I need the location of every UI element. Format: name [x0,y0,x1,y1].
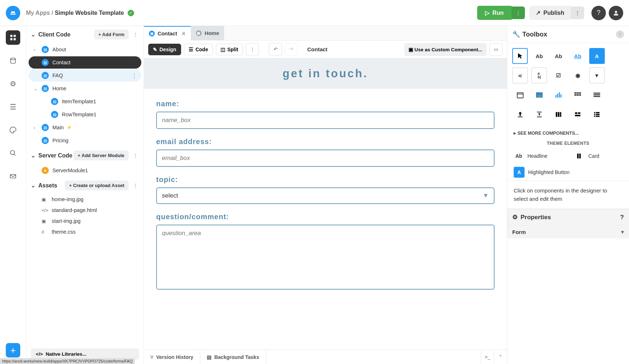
tool-pointer[interactable] [512,48,528,64]
rail-add-button[interactable]: + [6,343,20,358]
rail-app-browser[interactable] [6,30,20,45]
rail-settings-icon[interactable]: ⚙ [6,77,20,91]
server-code-header[interactable]: ⌄ Server Code + Add Server Module ⋮ [26,147,144,164]
form-pricing[interactable]: ▤ Pricing [29,134,141,147]
theme-headline[interactable]: Ab Headline [507,148,568,164]
tool-checkbox[interactable]: ☑ [551,68,566,83]
property-form[interactable]: Form ▾ [507,225,629,238]
collapse-button[interactable]: ⌃ [494,351,507,364]
server-code-more[interactable]: ⋮ [132,151,139,160]
email-input[interactable] [156,150,495,167]
form-main[interactable]: › ▤ Main ⚡ [29,121,141,134]
tab-contact[interactable]: ▤ Contact ✕ [144,26,191,40]
tool-column-panel[interactable] [551,107,566,122]
theme-highlighted-button[interactable]: A Highlighted Button [507,164,629,181]
tool-linear-panel[interactable] [589,107,605,122]
top-bar: My Apps / Simple Website Template ✓ ▷ Ru… [0,0,629,26]
design-canvas[interactable]: get in touch. name: email address: topic… [144,58,507,350]
server-module-item[interactable]: ● ServerModule1 [29,164,141,177]
assets-header[interactable]: ⌄ Assets + Create or upload Asset ⋮ [26,177,144,194]
properties-header[interactable]: ⚙ Properties ? [507,209,629,225]
tool-link[interactable]: Ab [570,48,586,64]
question-textarea[interactable] [156,225,495,290]
toolbox-hint: Click on components in the designer to s… [507,181,629,209]
tool-datagrid[interactable] [570,87,586,103]
rail-email-icon[interactable] [6,169,20,183]
publish-button[interactable]: ↗ Publish [529,6,571,20]
check-icon: ✓ [128,10,134,16]
tool-textbox[interactable]: a| [512,68,528,83]
see-more-components[interactable]: ▸ SEE MORE COMPONENTS... [507,127,629,139]
form-icon: ▤ [42,72,49,79]
startup-icon: ⚡ [67,125,72,130]
design-toggle[interactable]: ✎ Design [148,44,181,55]
rail-outline-icon[interactable]: ☰ [6,100,20,114]
item-more-icon[interactable]: ⋮ [132,73,137,78]
tool-image[interactable] [531,87,547,103]
card-icon [575,151,585,161]
breadcrumb-root[interactable]: My Apps [26,10,50,16]
run-button[interactable]: ▷ Run [477,6,512,20]
tool-plot[interactable] [551,87,566,103]
form-faq[interactable]: ▤ FAQ ⋮ [29,69,141,82]
rail-data-icon[interactable] [6,53,20,68]
client-code-more[interactable]: ⋮ [132,30,139,39]
svg-rect-25 [594,96,600,97]
custom-component-button[interactable]: ▣ Use as Custom Component... [404,43,487,56]
asset-start-img[interactable]: ▣ start-img.jpg [26,216,144,226]
help-icon[interactable]: ? [616,30,624,38]
svg-point-0 [615,11,617,13]
tool-textarea[interactable]: ab| [531,68,547,83]
breadcrumb-app[interactable]: Simple Website Template [55,10,124,16]
tool-spacer[interactable] [531,107,547,122]
add-server-module-button[interactable]: + Add Server Module [73,151,129,160]
form-contact[interactable]: ▤ Contact [29,56,141,69]
form-home[interactable]: ⌄ ▤ Home [29,82,141,95]
console-button[interactable]: >_ [481,351,494,364]
form-about[interactable]: › ▤ About [29,43,141,56]
help-icon[interactable]: ? [620,214,624,221]
hero-section[interactable]: get in touch. [144,58,507,89]
tool-button[interactable]: A [589,48,605,64]
form-row-template[interactable]: ▤ RowTemplate1 [29,108,141,121]
tool-datepicker[interactable] [512,87,528,103]
assets-more[interactable]: ⋮ [132,181,139,190]
code-toggle[interactable]: ☰ Code [184,44,213,55]
name-input[interactable] [156,112,495,129]
expand-button[interactable]: ▭ [489,43,502,56]
toolbar-more[interactable]: ⋮ [246,43,259,56]
undo-button[interactable]: ↶ [269,43,282,56]
create-asset-button[interactable]: + Create or upload Asset [65,181,129,190]
tool-radio[interactable]: ◉ [570,68,586,83]
anvil-logo[interactable] [6,6,20,20]
account-button[interactable] [609,6,623,20]
close-icon[interactable]: ✕ [181,31,186,36]
rail-search-icon[interactable] [6,146,20,160]
client-code-header[interactable]: ⌄ Client Code + Add Form ⋮ [26,26,144,43]
hero-text: get in touch. [144,67,507,80]
svg-rect-39 [594,116,595,117]
tool-dropdown[interactable]: ▾ [589,68,605,83]
version-history-tab[interactable]: ⑂ Version History [144,350,200,364]
redo-button[interactable]: ↷ [285,43,298,56]
tool-flow-panel[interactable] [570,107,586,122]
form-item-template[interactable]: ▤ ItemTemplate1 [29,95,141,108]
asset-theme-css[interactable]: # theme.css [26,226,144,237]
publish-more-button[interactable]: ⋮ [571,6,584,19]
tab-home[interactable]: ▤ Home [191,26,224,40]
run-more-button[interactable]: ⋮ [512,6,525,19]
asset-home-img[interactable]: ▣ home-img.jpg [26,194,144,205]
help-button[interactable]: ? [591,6,606,20]
theme-card[interactable]: Card [568,148,629,164]
component-icon: ▣ [408,47,415,52]
tool-fileloader[interactable] [512,107,528,122]
tool-repeating-panel[interactable] [589,87,605,103]
add-form-button[interactable]: + Add Form [94,30,129,39]
split-toggle[interactable]: ◫ Split [216,44,243,55]
tool-label[interactable]: Ab [531,48,547,64]
topic-select[interactable]: select ▼ [156,187,495,204]
tool-label-bold[interactable]: Ab [551,48,566,64]
rail-theme-icon[interactable] [6,123,20,137]
background-tasks-tab[interactable]: ▤ Background Tasks [200,350,266,364]
asset-standard-page[interactable]: </> standard-page.html [26,205,144,216]
